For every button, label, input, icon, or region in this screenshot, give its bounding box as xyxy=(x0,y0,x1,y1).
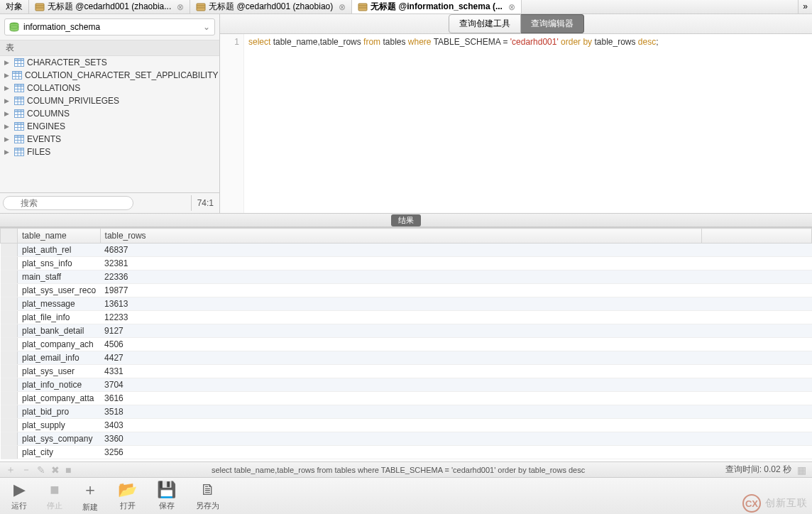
cursor-position: 74:1 xyxy=(191,195,219,211)
cell[interactable]: 4427 xyxy=(100,351,701,365)
tree-item[interactable]: ▶COLLATIONS xyxy=(0,82,219,94)
tab-overflow[interactable]: » xyxy=(798,0,812,13)
table-row[interactable]: main_staff22336 xyxy=(1,270,812,284)
table-row[interactable]: plat_sys_user4331 xyxy=(1,365,812,378)
cell[interactable]: 19877 xyxy=(100,284,701,297)
cancel-icon[interactable]: ✖ xyxy=(51,464,60,476)
table-row[interactable]: plat_info_notice3704 xyxy=(1,378,812,392)
cell[interactable]: plat_company_atta xyxy=(18,392,101,405)
search-input[interactable] xyxy=(3,196,133,210)
result-header: 结果 xyxy=(0,213,812,227)
table-row[interactable]: plat_sys_user_reco19877 xyxy=(1,284,812,297)
tab[interactable]: 无标题 @information_schema (...⊗ xyxy=(352,0,522,13)
cell[interactable]: 3616 xyxy=(100,392,701,405)
add-row-icon[interactable]: ＋ xyxy=(6,464,16,476)
grid-view-icon[interactable]: ▦ xyxy=(797,464,806,476)
table-row[interactable]: plat_company_ach4506 xyxy=(1,338,812,351)
table-row[interactable]: plat_sns_info32381 xyxy=(1,257,812,270)
table-row[interactable]: plat_company_atta3616 xyxy=(1,392,812,405)
run-button[interactable]: ▶运行 xyxy=(11,481,27,511)
column-header[interactable]: table_name xyxy=(18,229,101,244)
cell[interactable]: plat_sys_user_reco xyxy=(18,284,101,297)
cell[interactable]: main_staff xyxy=(18,270,101,284)
table-row[interactable]: plat_bank_detail9127 xyxy=(1,324,812,338)
segment-query-editor[interactable]: 查询编辑器 xyxy=(521,14,584,33)
result-tab[interactable]: 结果 xyxy=(391,214,421,226)
cell[interactable]: plat_sys_user xyxy=(18,365,101,378)
expand-icon[interactable]: ▶ xyxy=(4,123,11,130)
cell[interactable]: 4506 xyxy=(100,338,701,351)
tool-label: 停止 xyxy=(47,501,62,511)
table-row[interactable]: plat_supply3403 xyxy=(1,419,812,432)
close-icon[interactable]: ⊗ xyxy=(177,2,184,12)
expand-icon[interactable]: ▶ xyxy=(4,72,9,79)
saveas-button[interactable]: 🗎另存为 xyxy=(196,481,219,511)
table-row[interactable]: plat_bid_pro3518 xyxy=(1,405,812,419)
cell[interactable]: 3403 xyxy=(100,419,701,432)
tab[interactable]: 无标题 @cedarhd001 (zhaobia...⊗ xyxy=(29,0,190,13)
remove-row-icon[interactable]: － xyxy=(21,464,31,476)
tree-item[interactable]: ▶CHARACTER_SETS xyxy=(0,56,219,69)
tree-item[interactable]: ▶EVENTS xyxy=(0,133,219,146)
tree-item[interactable]: ▶ENGINES xyxy=(0,120,219,133)
cell[interactable]: plat_auth_rel xyxy=(18,244,101,257)
expand-icon[interactable]: ▶ xyxy=(4,110,11,117)
cell[interactable]: plat_file_info xyxy=(18,311,101,324)
tree-item[interactable]: ▶COLLATION_CHARACTER_SET_APPLICABILITY xyxy=(0,69,219,82)
result-grid[interactable]: table_nametable_rowsplat_auth_rel46837pl… xyxy=(0,227,812,461)
cell[interactable]: 3256 xyxy=(100,446,701,459)
cell[interactable]: 9127 xyxy=(100,324,701,338)
expand-icon[interactable]: ▶ xyxy=(4,97,11,104)
table-row[interactable]: plat_city3256 xyxy=(1,446,812,459)
cell[interactable]: 22336 xyxy=(100,270,701,284)
table-row[interactable]: plat_file_info12233 xyxy=(1,311,812,324)
close-icon[interactable]: ⊗ xyxy=(508,2,515,12)
new-button[interactable]: ＋新建 xyxy=(82,479,98,513)
tree-item-label: COLUMN_PRIVILEGES xyxy=(27,96,119,106)
cell[interactable]: plat_sys_company xyxy=(18,432,101,446)
tree-item[interactable]: ▶FILES xyxy=(0,146,219,158)
save-button[interactable]: 💾保存 xyxy=(157,481,176,511)
cell[interactable]: plat_sns_info xyxy=(18,257,101,270)
cell[interactable]: plat_city xyxy=(18,446,101,459)
table-row[interactable]: plat_sys_company3360 xyxy=(1,432,812,446)
cell[interactable]: 4331 xyxy=(100,365,701,378)
expand-icon[interactable]: ▶ xyxy=(4,84,11,92)
cell[interactable]: 3360 xyxy=(100,432,701,446)
segment-query-builder[interactable]: 查询创建工具 xyxy=(449,14,521,33)
cell[interactable]: 46837 xyxy=(100,244,701,257)
tab-label: 对象 xyxy=(6,1,23,13)
cell[interactable]: plat_bank_detail xyxy=(18,324,101,338)
tree-item[interactable]: ▶COLUMN_PRIVILEGES xyxy=(0,94,219,107)
cell[interactable]: 3518 xyxy=(100,405,701,419)
expand-icon[interactable]: ▶ xyxy=(4,136,11,143)
cell[interactable]: 13613 xyxy=(100,297,701,311)
tab[interactable]: 对象 xyxy=(0,0,29,13)
column-header[interactable]: table_rows xyxy=(100,229,701,244)
cell[interactable]: plat_supply xyxy=(18,419,101,432)
cell[interactable]: plat_email_info xyxy=(18,351,101,365)
expand-icon[interactable]: ▶ xyxy=(4,59,11,66)
cell[interactable]: 12233 xyxy=(100,311,701,324)
close-icon[interactable]: ⊗ xyxy=(339,2,346,12)
table-row[interactable]: plat_auth_rel46837 xyxy=(1,244,812,257)
sql-editor[interactable]: 1 select table_name,table_rows from tabl… xyxy=(220,34,812,213)
cell[interactable]: 32381 xyxy=(100,257,701,270)
sql-code[interactable]: select table_name,table_rows from tables… xyxy=(244,34,663,213)
table-row[interactable]: plat_email_info4427 xyxy=(1,351,812,365)
cell[interactable]: plat_message xyxy=(18,297,101,311)
expand-icon[interactable]: ▶ xyxy=(4,148,11,155)
table-tree[interactable]: ▶CHARACTER_SETS▶COLLATION_CHARACTER_SET_… xyxy=(0,56,219,192)
tree-item-label: CHARACTER_SETS xyxy=(27,58,107,67)
cell[interactable]: plat_bid_pro xyxy=(18,405,101,419)
cell[interactable]: 3704 xyxy=(100,378,701,392)
edit-row-icon[interactable]: ✎ xyxy=(37,464,45,476)
stop-icon[interactable]: ■ xyxy=(65,464,71,476)
tab[interactable]: 无标题 @cedarhd001 (zhaobiao)⊗ xyxy=(190,0,352,13)
cell[interactable]: plat_info_notice xyxy=(18,378,101,392)
table-row[interactable]: plat_message13613 xyxy=(1,297,812,311)
tree-item[interactable]: ▶COLUMNS xyxy=(0,107,219,120)
open-button[interactable]: 📂打开 xyxy=(118,481,137,511)
cell[interactable]: plat_company_ach xyxy=(18,338,101,351)
schema-selector[interactable]: information_schema ⌄ xyxy=(4,18,215,35)
